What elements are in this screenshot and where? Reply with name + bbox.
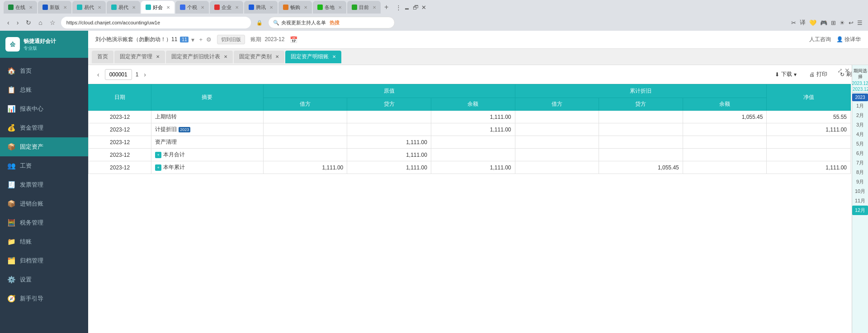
- browser-tab-t8[interactable]: 腾讯✕: [244, 1, 278, 14]
- minimize-btn[interactable]: 🗗: [413, 4, 419, 11]
- browser-tab-t11[interactable]: 目前✕: [347, 1, 381, 14]
- forward-button[interactable]: ›: [15, 19, 21, 26]
- tab-close-icon[interactable]: ✕: [29, 5, 33, 10]
- th-date: 日期: [89, 84, 151, 111]
- scissors-icon[interactable]: ✂: [791, 19, 796, 26]
- month-item-7月[interactable]: 7月: [852, 158, 868, 168]
- browser-tab-t10[interactable]: 各地✕: [313, 1, 346, 14]
- tab-close-icon[interactable]: ✕: [63, 5, 67, 10]
- page-tab-close-icon[interactable]: ✕: [332, 54, 336, 59]
- sidebar-item-archive[interactable]: 🗂️归档管理: [0, 251, 88, 270]
- restore-btn[interactable]: 🗕: [404, 4, 410, 11]
- print-icon: 🖨: [809, 71, 815, 78]
- undo-icon[interactable]: ↩: [849, 19, 854, 26]
- month-item-9月[interactable]: 9月: [852, 177, 868, 187]
- user-avatar[interactable]: 👤 徐译华: [836, 36, 861, 43]
- panel-expand-button[interactable]: ⤢: [837, 67, 843, 74]
- sidebar-item-funds[interactable]: 💰资金管理: [0, 118, 88, 137]
- page-tab-fixed-mgmt[interactable]: 固定资产管理✕: [114, 51, 165, 63]
- prev-record-button[interactable]: ‹: [95, 71, 101, 78]
- game-icon[interactable]: 🎮: [820, 19, 827, 26]
- month-item-8月[interactable]: 8月: [852, 168, 868, 177]
- sidebar-item-ledger[interactable]: 📋总账: [0, 80, 88, 99]
- cell-orig-credit: 1,111.00: [347, 161, 431, 174]
- page-tab-fixed-ledger[interactable]: 固定资产明细账✕: [285, 51, 341, 63]
- browser-tab-t6[interactable]: 个税✕: [175, 1, 209, 14]
- month-item-3月[interactable]: 3月: [852, 120, 868, 130]
- home-button[interactable]: ⌂: [37, 19, 44, 26]
- calendar-icon[interactable]: 📅: [290, 36, 297, 43]
- month-item-6月[interactable]: 6月: [852, 149, 868, 158]
- browser-tab-t4[interactable]: 易代✕: [107, 1, 140, 14]
- browser-tab-t7[interactable]: 企业✕: [210, 1, 243, 14]
- sidebar-item-label: 报表中心: [20, 105, 43, 113]
- panel-close-button[interactable]: ✕: [844, 67, 850, 74]
- tab-close-icon[interactable]: ✕: [373, 5, 376, 10]
- menu-icon[interactable]: ☰: [857, 19, 863, 26]
- reload-button[interactable]: ↻: [24, 19, 33, 26]
- tab-close-icon[interactable]: ✕: [338, 5, 342, 10]
- tab-menu-icon[interactable]: ⋮: [396, 4, 401, 11]
- sidebar-item-tax[interactable]: 🧮税务管理: [0, 213, 88, 232]
- browser-tab-t2[interactable]: 新版✕: [38, 1, 71, 14]
- tab-close-icon[interactable]: ✕: [269, 5, 273, 10]
- sidebar-item-invoice[interactable]: 🧾发票管理: [0, 175, 88, 194]
- browser-tab-t9[interactable]: 畅购✕: [278, 1, 312, 14]
- month-item-5月[interactable]: 5月: [852, 139, 868, 149]
- brightness-icon[interactable]: ☀: [840, 19, 845, 26]
- next-record-button[interactable]: ›: [142, 71, 148, 78]
- browser-tab-t1[interactable]: 在线✕: [4, 1, 37, 14]
- back-button[interactable]: ‹: [5, 19, 11, 26]
- page-tab-close-icon[interactable]: ✕: [224, 54, 227, 59]
- sidebar-logo: 会 畅捷通好会计 专业版: [0, 31, 88, 58]
- sidebar-item-label: 资金管理: [20, 124, 43, 132]
- page-tab-close-icon[interactable]: ✕: [275, 54, 279, 59]
- grid-icon[interactable]: ⊞: [831, 19, 836, 26]
- month-item-4月[interactable]: 4月: [852, 130, 868, 139]
- sidebar-item-settings[interactable]: ⚙️设置: [0, 270, 88, 289]
- month-item-11月[interactable]: 11月: [852, 196, 868, 206]
- download-dropdown-icon[interactable]: ▾: [794, 71, 797, 78]
- month-item-2月[interactable]: 2月: [852, 111, 868, 120]
- sidebar-item-inventory[interactable]: 📦进销台账: [0, 194, 88, 213]
- browser-tab-t5[interactable]: 好会✕: [141, 1, 175, 14]
- support-label[interactable]: 人工咨询: [809, 36, 831, 43]
- page-tab-home[interactable]: 首页: [92, 51, 113, 63]
- tab-close-icon[interactable]: ✕: [201, 5, 204, 10]
- print-button[interactable]: 🖨 打印: [806, 69, 831, 80]
- page-tab-fixed-deprec[interactable]: 固定资产折旧统计表✕: [166, 51, 233, 63]
- add-account-icon[interactable]: +: [199, 36, 203, 43]
- tab-close-icon[interactable]: ✕: [98, 5, 101, 10]
- download-button[interactable]: ⬇ 下载 ▾: [771, 69, 800, 80]
- sidebar-item-fixed[interactable]: 📦固定资产: [0, 137, 88, 156]
- tab-close-icon[interactable]: ✕: [304, 5, 307, 10]
- translate-icon[interactable]: 译: [800, 19, 806, 27]
- month-item-12月[interactable]: 12月: [852, 206, 868, 215]
- page-tab-close-icon[interactable]: ✕: [156, 54, 160, 59]
- account-dropdown-icon[interactable]: ▾: [191, 36, 194, 43]
- bookmark-button[interactable]: ☆: [48, 19, 57, 26]
- switch-version-button[interactable]: 切到旧版: [217, 35, 245, 44]
- sidebar-item-reports[interactable]: 📊报表中心: [0, 99, 88, 118]
- search-box[interactable]: 🔍 央视更新主持人名单 热搜: [268, 17, 395, 28]
- tab-close-icon[interactable]: ✕: [235, 5, 239, 10]
- sidebar-item-close[interactable]: 📁结账: [0, 232, 88, 251]
- close-browser-btn[interactable]: ✕: [421, 4, 426, 11]
- sidebar-item-home[interactable]: 🏠首页: [0, 61, 88, 80]
- logo-icon: 会: [5, 37, 20, 52]
- month-item-1月[interactable]: 1月: [852, 101, 868, 111]
- tab-close-icon[interactable]: ✕: [132, 5, 136, 10]
- wallet-icon[interactable]: 💛: [809, 19, 816, 26]
- sidebar-item-guide[interactable]: 🧭新手引导: [0, 289, 88, 308]
- browser-tab-t3[interactable]: 易代✕: [72, 1, 106, 14]
- settings-small-icon[interactable]: ⚙: [206, 36, 212, 43]
- tab-label: 企业: [222, 4, 231, 11]
- page-tab-fixed-category[interactable]: 固定资产类别✕: [234, 51, 284, 63]
- month-item-10月[interactable]: 10月: [852, 187, 868, 196]
- tab-close-icon[interactable]: ✕: [166, 5, 170, 10]
- address-input[interactable]: [61, 17, 251, 28]
- tab-favicon: [249, 5, 254, 10]
- sidebar-item-payroll[interactable]: 👥工资: [0, 156, 88, 175]
- page-number-input[interactable]: [105, 69, 132, 80]
- new-tab-button[interactable]: +: [382, 3, 391, 11]
